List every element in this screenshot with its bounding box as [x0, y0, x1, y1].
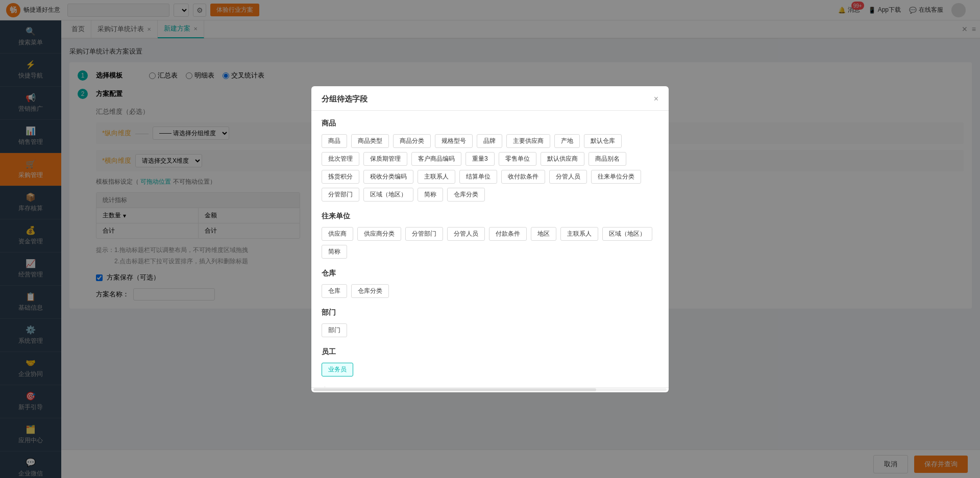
- field-客户商品编码[interactable]: 客户商品编码: [411, 152, 461, 166]
- modal-header: 分组待选字段 ×: [311, 86, 669, 111]
- warehouse-fields: 仓库 仓库分类: [322, 284, 658, 298]
- field-仓库分类[interactable]: 仓库分类: [447, 188, 485, 202]
- field-商品别名[interactable]: 商品别名: [589, 152, 626, 166]
- field-零售单位[interactable]: 零售单位: [499, 152, 536, 166]
- section-dept-title: 部门: [322, 308, 658, 317]
- field-分管部门[interactable]: 分管部门: [322, 188, 359, 202]
- field-仓库分类2[interactable]: 仓库分类: [351, 284, 389, 298]
- field-仓库[interactable]: 仓库: [322, 284, 347, 298]
- section-warehouse-title: 仓库: [322, 269, 658, 278]
- field-区域地区[interactable]: 区域（地区）: [363, 188, 413, 202]
- field-拣货积分[interactable]: 拣货积分: [322, 170, 359, 184]
- field-品牌[interactable]: 品牌: [477, 134, 502, 148]
- modal-body: 商品 商品 商品类型 商品分类 规格型号 品牌 主要供应商 产地 默认仓库 批次…: [311, 111, 669, 387]
- field-往来单位分类[interactable]: 往来单位分类: [591, 170, 641, 184]
- section-product: 商品 商品 商品类型 商品分类 规格型号 品牌 主要供应商 产地 默认仓库 批次…: [322, 119, 658, 202]
- field-结算单位[interactable]: 结算单位: [459, 170, 497, 184]
- h-scroll-track: [313, 388, 667, 391]
- field-商品分类[interactable]: 商品分类: [393, 134, 431, 148]
- field-主联系人[interactable]: 主联系人: [418, 170, 455, 184]
- field-供应商分类[interactable]: 供应商分类: [357, 227, 401, 241]
- field-付款条件[interactable]: 付款条件: [489, 227, 527, 241]
- field-商品[interactable]: 商品: [322, 134, 347, 148]
- field-收付款条件[interactable]: 收付款条件: [501, 170, 545, 184]
- field-供应商[interactable]: 供应商: [322, 227, 353, 241]
- field-规格型号[interactable]: 规格型号: [435, 134, 473, 148]
- field-简称[interactable]: 简称: [418, 188, 443, 202]
- field-地区[interactable]: 地区: [531, 227, 556, 241]
- section-staff-title: 员工: [322, 347, 658, 357]
- section-warehouse: 仓库 仓库 仓库分类: [322, 269, 658, 298]
- product-fields: 商品 商品类型 商品分类 规格型号 品牌 主要供应商 产地 默认仓库 批次管理 …: [322, 134, 658, 202]
- modal-overlay[interactable]: 分组待选字段 × 商品 商品 商品类型 商品分类 规格型号 品牌 主要供应商 产…: [0, 0, 980, 478]
- section-partner-title: 往来单位: [322, 212, 658, 221]
- dept-fields: 部门: [322, 323, 658, 337]
- field-业务员[interactable]: 业务员: [322, 363, 353, 376]
- field-主联系人2[interactable]: 主联系人: [560, 227, 598, 241]
- modal-close-button[interactable]: ×: [654, 94, 658, 104]
- modal-title: 分组待选字段: [322, 94, 368, 104]
- field-部门[interactable]: 部门: [322, 323, 347, 337]
- field-商品类型[interactable]: 商品类型: [351, 134, 389, 148]
- section-product-title: 商品: [322, 119, 658, 128]
- section-staff: 员工 业务员: [322, 347, 658, 376]
- field-简称2[interactable]: 简称: [322, 245, 347, 259]
- field-重量3[interactable]: 重量3: [465, 152, 495, 166]
- field-默认供应商[interactable]: 默认供应商: [541, 152, 584, 166]
- field-主要供应商[interactable]: 主要供应商: [506, 134, 550, 148]
- field-分管人员[interactable]: 分管人员: [549, 170, 587, 184]
- field-区域地区2[interactable]: 区域（地区）: [602, 227, 652, 241]
- field-分管部门2[interactable]: 分管部门: [405, 227, 443, 241]
- section-partner: 往来单位 供应商 供应商分类 分管部门 分管人员 付款条件 地区 主联系人 区域…: [322, 212, 658, 259]
- field-批次管理[interactable]: 批次管理: [322, 152, 359, 166]
- field-默认仓库[interactable]: 默认仓库: [584, 134, 622, 148]
- field-产地[interactable]: 产地: [554, 134, 580, 148]
- field-select-modal: 分组待选字段 × 商品 商品 商品类型 商品分类 规格型号 品牌 主要供应商 产…: [311, 86, 669, 392]
- field-分管人员2[interactable]: 分管人员: [447, 227, 485, 241]
- field-保质期管理[interactable]: 保质期管理: [363, 152, 407, 166]
- h-scroll-thumb[interactable]: [313, 388, 596, 391]
- field-税收分类编码[interactable]: 税收分类编码: [363, 170, 413, 184]
- section-dept: 部门 部门: [322, 308, 658, 337]
- staff-fields: 业务员: [322, 363, 658, 376]
- horizontal-scroll[interactable]: [311, 387, 669, 392]
- partner-fields: 供应商 供应商分类 分管部门 分管人员 付款条件 地区 主联系人 区域（地区） …: [322, 227, 658, 259]
